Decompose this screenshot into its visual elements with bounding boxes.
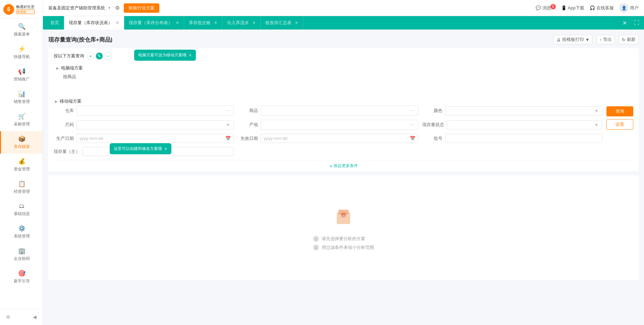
sidebar-item-operation[interactable]: 📋经营管理 <box>0 176 43 199</box>
produce-date-label: 生产日期 <box>54 136 74 142</box>
finance-icon: 💰 <box>18 158 25 165</box>
sidebar-item-enterprise[interactable]: 🏢企业协同 <box>0 243 43 266</box>
trial-button[interactable]: 体验行业方案 <box>124 3 159 13</box>
sidebar-item-label-finance: 资金管理 <box>14 166 30 172</box>
notice-icon: 💬 <box>536 5 541 10</box>
tooltip-edit-close[interactable]: ✕ <box>164 147 167 151</box>
batch-number-input[interactable] <box>445 134 602 143</box>
inventory-status-select[interactable]: ▼ <box>447 120 602 129</box>
refresh-button[interactable]: ↻ 刷新 <box>619 35 639 44</box>
edit-scheme-button[interactable]: ✎ <box>96 52 103 60</box>
sidebar-nav: 🔍搜索菜单⚡快捷导航📢营销推广📊销售管理🛒采购管理📦库存核算💰资金管理📋经营管理… <box>0 19 43 309</box>
add-scheme-button[interactable]: + <box>87 52 94 60</box>
sidebar-item-basic[interactable]: 🗂基础信息 <box>0 199 43 221</box>
scheme-arrow-icon: ▶ <box>56 66 59 70</box>
operation-icon: 📋 <box>18 180 25 187</box>
sales-icon: 📊 <box>18 90 25 98</box>
inventory-status-dropdown-icon: ▼ <box>594 122 599 127</box>
tab-receive-summary[interactable]: 收发存汇总表✕ <box>261 16 303 30</box>
search-button[interactable]: 查询 <box>606 106 633 116</box>
tab-label-in-out-flow: 出入库流水 <box>227 20 249 26</box>
page-title: 现存量查询(按仓库+商品) <box>48 36 112 44</box>
tab-close-all-icon[interactable]: ✕ <box>620 18 629 28</box>
inventory-qty-max[interactable] <box>163 147 234 156</box>
produce-date-start[interactable]: yyyy-mm-dd 📅 <box>76 134 234 143</box>
main-area: 装备及固定资产辅助管理系统 ▼ ⚙ 体验行业方案 💬 消息 6 📱 App下载 … <box>43 0 644 325</box>
scheme-by-goods[interactable]: 按商品 <box>54 72 633 81</box>
basic-icon: 🗂 <box>19 203 25 210</box>
goods-field: 商品 ··· <box>238 106 418 116</box>
sidebar-item-guide[interactable]: 🎯新手引导 <box>0 266 43 288</box>
tab-close-inventory-status[interactable]: ✕ <box>116 20 119 25</box>
tooltip-edit-scheme: 这里可以创建和修改方案哦 ✕ <box>110 143 171 154</box>
size-select[interactable]: ▼ <box>76 120 234 129</box>
tab-close-receive-summary[interactable]: ✕ <box>295 20 298 25</box>
sidebar-item-sales[interactable]: 📊销售管理 <box>0 86 43 109</box>
sidebar-item-search[interactable]: 🔍搜索菜单 <box>0 19 43 41</box>
tab-home[interactable]: 首页 <box>46 16 64 30</box>
print-button[interactable]: 🖨 按模板打印 ▼ <box>553 35 593 44</box>
expire-date-start[interactable]: yyyy-mm-dd 📅 <box>261 134 418 143</box>
settings-icon[interactable]: ⚙ <box>3 312 13 322</box>
reset-button[interactable]: 设置 <box>606 119 633 130</box>
sidebar-item-system[interactable]: ⚙️系统管理 <box>0 221 43 243</box>
collapse-sidebar-icon[interactable]: ◀ <box>30 312 39 322</box>
tab-label-receive-summary: 收发存汇总表 <box>265 20 291 26</box>
notice-button[interactable]: 💬 消息 6 <box>536 5 556 11</box>
user-avatar[interactable]: 👤 用户 <box>619 3 639 13</box>
headset-icon: 🎧 <box>590 5 595 10</box>
notice-badge: 6 <box>550 4 556 9</box>
tab-in-out-flow[interactable]: 出入库流水✕ <box>222 16 261 30</box>
marketing-icon: 📢 <box>18 68 25 75</box>
tab-inventory-status[interactable]: 现存量（库存状况表）✕ <box>64 16 124 30</box>
size-field: 尺码 ▼ <box>54 120 234 129</box>
sidebar-item-label-marketing: 营销推广 <box>14 76 30 82</box>
online-service-button[interactable]: 🎧 在线客服 <box>590 5 614 11</box>
sidebar-item-inventory[interactable]: 📦库存核算 <box>0 131 43 154</box>
filter-side-buttons: 查询 设置 <box>606 106 633 160</box>
export-button[interactable]: ↑ 导出 <box>597 35 615 44</box>
sidebar-item-quick[interactable]: ⚡快捷导航 <box>0 41 43 64</box>
notice-label: 消息 <box>542 5 551 11</box>
enterprise-icon: 🏢 <box>18 247 25 255</box>
tab-close-in-out-flow[interactable]: ✕ <box>252 20 256 25</box>
system-icon: ⚙️ <box>18 225 25 232</box>
warehouse-input[interactable]: ··· <box>76 106 234 116</box>
prev-scheme-button[interactable]: ← <box>104 52 112 60</box>
system-dropdown-icon[interactable]: ▼ <box>108 6 111 10</box>
purchase-icon: 🛒 <box>18 113 25 120</box>
app-download-button[interactable]: 📱 App下载 <box>561 5 584 11</box>
tab-inventory-batch[interactable]: 库存批次账✕ <box>184 16 222 30</box>
tab-label-inventory-batch: 库存批次账 <box>189 20 211 26</box>
sidebar-item-marketing[interactable]: 📢营销推广 <box>0 64 43 86</box>
header-system: 装备及固定资产辅助管理系统 ▼ <box>48 5 111 11</box>
phone-icon: 📱 <box>561 5 567 10</box>
sidebar-item-label-search: 搜索菜单 <box>14 32 30 37</box>
tooltip-add-text: 电脑方案可设为移动方案哦 <box>138 52 186 58</box>
size-dropdown-icon: ▼ <box>226 122 230 127</box>
filter-area: 按以下方案查询 + ✎ ← 电脑方案可设为移动方案哦 ✕ ▶ 电脑端方案 <box>48 48 639 171</box>
tab-bar: 首页现存量（库存状况表）✕现存量（库存分布表）✕库存批次账✕出入库流水✕收发存汇… <box>43 16 644 30</box>
collapse-bar[interactable]: ∧ 收起更多条件 <box>54 160 633 171</box>
goods-input[interactable]: ··· <box>261 106 418 116</box>
origin-input[interactable]: ··· <box>261 120 418 130</box>
tab-close-inventory-batch[interactable]: ✕ <box>214 20 217 25</box>
color-select[interactable]: ▼ <box>445 106 602 115</box>
sidebar-item-finance[interactable]: 💰资金管理 <box>0 154 43 176</box>
expire-date-field: 失效日期 yyyy-mm-dd 📅 <box>238 134 418 143</box>
scheme-desktop[interactable]: ▶ 电脑端方案 <box>54 64 633 72</box>
header-settings-icon[interactable]: ⚙ <box>115 5 120 11</box>
print-icon: 🖨 <box>556 37 561 42</box>
scheme-mobile[interactable]: ▶ 移动端方案 <box>54 97 633 106</box>
tooltip-add-close[interactable]: ✕ <box>189 53 192 58</box>
sidebar-item-purchase[interactable]: 🛒采购管理 <box>0 109 43 131</box>
empty-step-1: 1 请先选择要分析的方案 <box>313 236 374 242</box>
tab-fullscreen-icon[interactable]: ⛶ <box>632 18 641 28</box>
tab-inventory-dist[interactable]: 现存量（库存分布表）✕ <box>124 16 184 30</box>
scheme-desktop-label: 电脑端方案 <box>61 65 83 71</box>
filter-row-2: 尺码 ▼ 产地 ··· <box>54 120 602 130</box>
color-dropdown-icon: ▼ <box>594 108 599 113</box>
guide-icon: 🎯 <box>18 270 25 277</box>
svg-point-4 <box>344 214 345 215</box>
tab-close-inventory-dist[interactable]: ✕ <box>176 20 179 25</box>
